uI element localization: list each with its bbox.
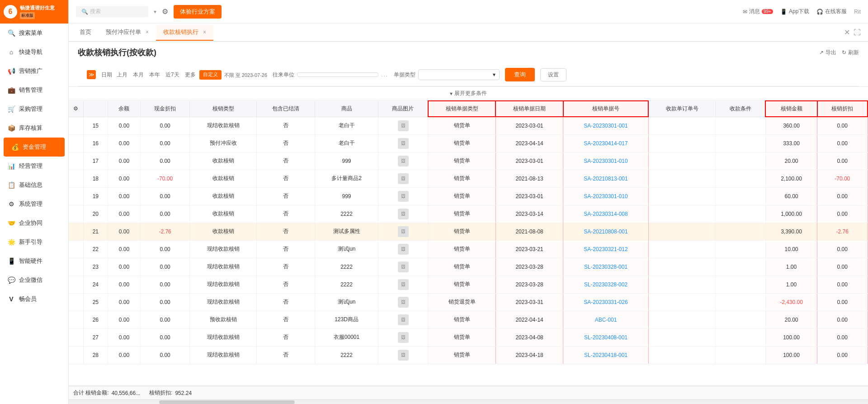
td-settings[interactable] xyxy=(69,134,83,152)
td-writeoff-no[interactable]: SL-20230328-001 xyxy=(563,258,648,276)
sidebar-item-operations[interactable]: 📊 经营管理 xyxy=(0,157,68,176)
expand-more-button[interactable]: ▾ 展开更多条件 xyxy=(450,90,487,97)
td-writeoff-no[interactable]: SA-20230301-010 xyxy=(563,152,648,170)
last7days-btn[interactable]: 近7天 xyxy=(164,70,181,80)
td-settings[interactable] xyxy=(69,328,83,346)
table-row[interactable]: 230.000.00现结收款核销否2222🖼销货单2023-03-28SL-20… xyxy=(69,258,868,276)
td-settings[interactable] xyxy=(69,223,83,240)
tab-expand-icon[interactable]: ⛶ xyxy=(854,29,861,37)
td-settings[interactable] xyxy=(69,346,83,364)
td-writeoff-no[interactable]: SA-20210808-001 xyxy=(563,223,648,240)
table-row[interactable]: 260.000.00预收款核销否123D商品🖼销货单2022-04-14ABC-… xyxy=(69,311,868,328)
scrollbar-thumb[interactable] xyxy=(159,400,295,404)
solution-button[interactable]: 体验行业方案 xyxy=(174,5,222,19)
export-button[interactable]: ↗ 导出 xyxy=(819,49,836,57)
sidebar-item-sales[interactable]: 💼 销售管理 xyxy=(0,81,68,100)
counterpart-input[interactable] xyxy=(297,72,378,77)
writeoff-no-link[interactable]: SL-20230328-002 xyxy=(584,281,627,288)
sidebar-item-purchase[interactable]: 🛒 采购管理 xyxy=(0,100,68,119)
horizontal-scrollbar[interactable] xyxy=(69,399,868,404)
writeoff-no-link[interactable]: SA-20230331-026 xyxy=(584,299,627,305)
td-writeoff-no[interactable]: SA-20230314-008 xyxy=(563,205,648,223)
td-writeoff-no[interactable]: SA-20230301-001 xyxy=(563,117,648,134)
sidebar-item-basicinfo[interactable]: 📋 基础信息 xyxy=(0,176,68,195)
notification-item[interactable]: ✉ 消息 99+ xyxy=(743,8,773,15)
td-writeoff-no[interactable]: SA-20230331-026 xyxy=(563,293,648,311)
td-writeoff-no[interactable]: SL-20230328-002 xyxy=(563,276,648,293)
writeoff-no-link[interactable]: SA-20230321-012 xyxy=(584,246,627,252)
sidebar-item-marketing[interactable]: 📢 营销推广 xyxy=(0,62,68,81)
td-writeoff-no[interactable]: SA-20230301-010 xyxy=(563,187,648,205)
sidebar-item-system[interactable]: ⚙ 系统管理 xyxy=(0,195,68,214)
voucher-type-select[interactable]: ▾ xyxy=(418,69,500,80)
tab-close-all-icon[interactable]: ✕ xyxy=(844,28,850,37)
more-btn[interactable]: 更多 xyxy=(183,70,198,80)
sidebar-item-quicknav[interactable]: ⌂ 快捷导航 xyxy=(0,43,68,62)
setting-button[interactable]: 设置 xyxy=(540,68,566,81)
table-row[interactable]: 180.00-70.00收款核销否多计量商品2🖼销货单2021-08-13SA-… xyxy=(69,170,868,187)
online-service-item[interactable]: 🎧 在线客服 xyxy=(816,8,847,15)
sidebar-item-beginner[interactable]: 🌟 新手引导 xyxy=(0,233,68,252)
tab-home[interactable]: 首页 xyxy=(72,24,99,41)
writeoff-no-link[interactable]: ABC-001 xyxy=(595,317,617,323)
table-row[interactable]: 270.000.00现结收款核销否衣服00001🖼销货单2023-04-08SL… xyxy=(69,328,868,346)
refresh-button[interactable]: ↻ 刷新 xyxy=(842,49,859,57)
tab-collection-exec-close-icon[interactable]: × xyxy=(203,29,206,35)
app-download-item[interactable]: 📱 App下载 xyxy=(780,8,809,15)
sidebar-item-wechat[interactable]: 💬 企业微信 xyxy=(0,271,68,290)
dropdown-arrow-icon[interactable]: ▾ xyxy=(154,9,156,15)
td-settings[interactable] xyxy=(69,276,83,293)
custom-date-btn[interactable]: 自定义 xyxy=(199,70,222,80)
writeoff-no-link[interactable]: SL-20230418-001 xyxy=(584,352,627,358)
td-writeoff-no[interactable]: SA-20210813-001 xyxy=(563,170,648,187)
table-row[interactable]: 280.000.00现结收款核销否2222🖼销货单2023-04-18SL-20… xyxy=(69,346,868,364)
tab-prepay-close-icon[interactable]: × xyxy=(146,29,149,35)
table-row[interactable]: 200.000.00收款核销否2222🖼销货单2023-03-14SA-2023… xyxy=(69,205,868,223)
writeoff-no-link[interactable]: SA-20230414-017 xyxy=(584,140,627,147)
search-bar[interactable]: 🔍 搜索 xyxy=(76,6,148,17)
writeoff-no-link[interactable]: SA-20230301-010 xyxy=(584,193,627,200)
sidebar-item-enterprise[interactable]: 🤝 企业协同 xyxy=(0,214,68,233)
sidebar-item-vip[interactable]: V 畅会员 xyxy=(0,290,68,309)
user-name[interactable]: Rit xyxy=(854,9,861,15)
writeoff-no-link[interactable]: SA-20230301-010 xyxy=(584,158,627,164)
th-settings[interactable]: ⚙ xyxy=(69,101,83,117)
td-settings[interactable] xyxy=(69,170,83,187)
sidebar-item-smarthardware[interactable]: 📱 智能硬件 xyxy=(0,252,68,271)
table-row[interactable]: 210.00-2.76收款核销否测试多属性🖼销货单2021-08-08SA-20… xyxy=(69,223,868,240)
writeoff-no-link[interactable]: SL-20230328-001 xyxy=(584,264,627,270)
td-settings[interactable] xyxy=(69,293,83,311)
td-settings[interactable] xyxy=(69,311,83,328)
tab-collection-exec[interactable]: 收款核销执行 × xyxy=(156,24,213,41)
td-settings[interactable] xyxy=(69,187,83,205)
writeoff-no-link[interactable]: SA-20230301-001 xyxy=(584,123,627,129)
writeoff-no-link[interactable]: SL-20230408-001 xyxy=(584,334,627,341)
table-row[interactable]: 240.000.00现结收款核销否2222🖼销货单2023-03-28SL-20… xyxy=(69,276,868,293)
table-row[interactable]: 150.000.00现结收款核销否老白干🖼销货单2023-03-01SA-202… xyxy=(69,117,868,134)
tab-prepay[interactable]: 预付冲应付单 × xyxy=(99,24,156,41)
table-row[interactable]: 220.000.00现结收款核销否测试jun🖼销货单2023-03-21SA-2… xyxy=(69,240,868,258)
this-month-btn[interactable]: 本月 xyxy=(131,70,146,80)
td-writeoff-no[interactable]: SA-20230321-012 xyxy=(563,240,648,258)
last-month-btn[interactable]: 上月 xyxy=(115,70,129,80)
table-row[interactable]: 170.000.00收款核销否999🖼销货单2023-03-01SA-20230… xyxy=(69,152,868,170)
td-settings[interactable] xyxy=(69,240,83,258)
table-row[interactable]: 160.000.00预付冲应收否老白干🖼销货单2023-04-14SA-2023… xyxy=(69,134,868,152)
this-year-btn[interactable]: 本年 xyxy=(147,70,162,80)
writeoff-no-link[interactable]: SA-20210808-001 xyxy=(584,228,627,235)
settings-gear-icon[interactable]: ⚙ xyxy=(162,7,168,16)
td-writeoff-no[interactable]: SA-20230414-017 xyxy=(563,134,648,152)
table-row[interactable]: 190.000.00收款核销否999🖼销货单2023-03-01SA-20230… xyxy=(69,187,868,205)
writeoff-no-link[interactable]: SA-20210813-001 xyxy=(584,176,627,182)
sidebar-item-search[interactable]: 🔍 搜索菜单 xyxy=(0,24,68,43)
td-settings[interactable] xyxy=(69,152,83,170)
td-writeoff-no[interactable]: SL-20230408-001 xyxy=(563,328,648,346)
td-writeoff-no[interactable]: ABC-001 xyxy=(563,311,648,328)
table-row[interactable]: 250.000.00现结收款核销否测试jun🖼销货退货单2023-03-31SA… xyxy=(69,293,868,311)
filter-expand-button[interactable]: ≫ xyxy=(87,70,96,79)
sidebar-item-finance[interactable]: 💰 资金管理 xyxy=(4,138,65,157)
td-settings[interactable] xyxy=(69,258,83,276)
td-writeoff-no[interactable]: SL-20230418-001 xyxy=(563,346,648,364)
writeoff-no-link[interactable]: SA-20230314-008 xyxy=(584,211,627,217)
sidebar-item-inventory[interactable]: 📦 库存核算 xyxy=(0,119,68,138)
